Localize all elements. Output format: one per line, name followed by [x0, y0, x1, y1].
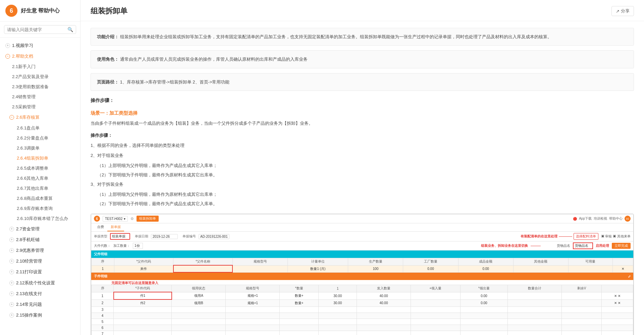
mock-lower-section: 子件明细 ⤢ [91, 273, 633, 280]
mock-form-toolbar: 单据类型 组装单据 单据日期 2019-12-26 单据编号 AD-201912… [91, 232, 633, 241]
sidebar-item-2-11[interactable]: + 2.11打印设置 [0, 267, 80, 277]
mock-nav-tabs: 自费 新单据 [91, 223, 633, 232]
sidebar-item-label: 2.11打印设置 [16, 269, 42, 275]
mock-date-value[interactable]: 2019-12-26 [151, 234, 178, 239]
mock-tab-new[interactable]: 新单据 [107, 223, 124, 231]
logo-text: 好生意 帮助中心 [21, 7, 60, 14]
sidebar: 6 好生意 帮助中心 🔍 + 1.视频学习 − 2.帮助文档 2.1新手入门 2… [0, 0, 80, 335]
lower-col-7: +领入量 [411, 285, 460, 292]
ops-steps-label2: 操作步骤： [91, 131, 634, 140]
sidebar-item-label: 2.15操作案例 [16, 312, 42, 318]
path-text: 1、库存核算->库存管理->组装拆卸单 2、首页->常用功能 [120, 79, 230, 85]
mock-search-input[interactable]: 货物品名 [573, 242, 593, 249]
upper-col-10 [612, 258, 633, 266]
table-row: 3 [92, 307, 633, 313]
mock-topbar: 6 TEST-H002 ▾ ⚙ 组装拆卸单 🔴 App下载 培训检视 [91, 214, 633, 223]
upper-col-8: 其他金额 [513, 258, 568, 266]
upper-col-5: 生产数量 [348, 258, 403, 266]
logo-icon: 6 [5, 5, 17, 17]
mock-field-number: 单据编号 AD-20191226-001 [182, 234, 229, 239]
search-icon[interactable]: 🔍 [67, 27, 73, 32]
mock-confirm-btn[interactable]: 立即完成 [612, 243, 631, 249]
sidebar-item-2-9[interactable]: + 2.9优惠券管理 [0, 245, 80, 256]
sidebar-item-2-6-9[interactable]: 2.6.9库存账本查询 [0, 204, 80, 214]
path-block: 页面路径： 1、库存核算->库存管理->组装拆卸单 2、首页->常用功能 [91, 73, 634, 91]
mock-action-btn: ▣ 审核 ▣ 其他来单 [601, 234, 631, 239]
upper-cell-3 [232, 265, 287, 272]
page-title: 组装拆卸单 [91, 6, 127, 16]
func-intro-label: 功能介绍： [97, 34, 119, 39]
upper-col-9: 可用量 [568, 258, 612, 266]
sidebar-item-2-6-1[interactable]: 2.6.1盘点单 [0, 123, 80, 133]
sidebar-item-label: 2.8手机旺铺 [16, 237, 40, 243]
sidebar-item-2-5[interactable]: 2.5采购管理 [0, 102, 80, 112]
sidebar-item-2-15[interactable]: + 2.15操作案例 [0, 310, 80, 321]
mock-type-value[interactable]: 组装单据 [110, 233, 130, 240]
sidebar-item-2-6-7[interactable]: 2.6.7其他出库单 [0, 183, 80, 193]
sidebar-item-2-2[interactable]: 2.2产品安装及登录 [0, 72, 80, 82]
sidebar-item-help[interactable]: − 2.帮助文档 [0, 51, 80, 62]
table-row: 1 件1 领用A 规格+1 数量+ 30.00 40.00 0.00 [92, 292, 633, 299]
sidebar-item-2-6-5[interactable]: 2.6.5成本调整单 [0, 163, 80, 173]
sidebar-item-2-6-3[interactable]: 2.6.3调拨单 [0, 143, 80, 153]
search-input[interactable] [7, 27, 67, 32]
upper-cell-8 [513, 265, 568, 272]
sidebar-item-2-8[interactable]: + 2.8手机旺铺 [0, 234, 80, 245]
sidebar-item-2-10[interactable]: + 2.10经营管理 [0, 256, 80, 267]
mock-org-select[interactable]: TEST-H002 ▾ [103, 216, 128, 222]
sidebar-item-2-6-4[interactable]: 2.6.4组装拆卸单 [0, 153, 80, 163]
lower-col-2: 领用状态 [172, 285, 226, 292]
sidebar-item-2-13[interactable]: + 2.13在线支付 [0, 288, 80, 299]
mock-number-label: 单据编号 [182, 234, 196, 239]
sidebar-item-2-7[interactable]: + 2.7资金管理 [0, 224, 80, 234]
sidebar-item-2-1[interactable]: 2.1新手入门 [0, 62, 80, 72]
mock-number-value[interactable]: AD-20191226-001 [199, 234, 229, 239]
sidebar-item-label: 2.13在线支付 [16, 291, 42, 297]
share-icon: ↗ [616, 9, 620, 14]
expand-icon-2-11: + [9, 270, 14, 274]
step3-sub2: （2）下部明细为子件明细，最终作为产成品生成其它入库单。 [91, 200, 634, 208]
mock-new-order-btn[interactable]: 组装拆卸单 [137, 216, 159, 222]
mock-upper-table: 序 *父件代码 *父件名称 规格型号 计量单位 生产数量 工厂数量 成品金额 其… [91, 258, 633, 273]
mock-config-btn[interactable]: 选择配料清单 [574, 233, 598, 240]
mock-tab-self[interactable]: 自费 [94, 223, 107, 231]
upper-col-3: 规格型号 [232, 258, 287, 266]
upper-col-4: 计量单位 [288, 258, 348, 266]
sidebar-item-2-6-10[interactable]: 2.6.10库存账本错了怎么办 [0, 214, 80, 224]
expand-icon-lower[interactable]: ⤢ [628, 275, 631, 278]
sidebar-item-2-3[interactable]: 2.3使用前数据准备 [0, 82, 80, 92]
lower-col-4: *数量 [280, 285, 319, 292]
mock-type-label: 单据类型 [94, 234, 107, 239]
mock-field-type: 单据类型 组装单据 [94, 233, 130, 240]
mock-upper-section: 父件明细 [91, 250, 633, 258]
role-block: 使用角色： 通常由生产人员或库管人员完成拆装业务的操作，库管人员确认原材料的出库… [91, 50, 634, 68]
upper-col-0: 序 [92, 258, 114, 266]
lower-col-1: *子件代码 [114, 285, 172, 292]
upper-col-7: 成品金额 [458, 258, 513, 266]
sidebar-item-2-12[interactable]: + 2.12系统个性化设置 [0, 278, 80, 288]
mock-row2-label: 大件代数： [94, 243, 111, 248]
sidebar-item-label: 1.视频学习 [12, 43, 33, 49]
sidebar-item-2-6[interactable]: − 2.6库存核算 [0, 112, 80, 123]
step2-sub1: （1）上部明细为父件明细，最终作为产成品生成其它入库单； [91, 161, 634, 170]
upper-cell-7: 0.00 [458, 265, 513, 272]
expand-icon-2-10: + [9, 259, 14, 264]
table-row: 6 [92, 325, 633, 331]
sidebar-item-video[interactable]: + 1.视频学习 [0, 40, 80, 51]
sidebar-item-2-6-8[interactable]: 2.6.8商品成本重算 [0, 193, 80, 204]
sidebar-item-2-6-2[interactable]: 2.6.2分量盘点单 [0, 133, 80, 143]
expand-icon-2-15: + [9, 313, 14, 318]
mock-qty-input[interactable]: 1份 [133, 243, 143, 249]
sidebar-item-2-4[interactable]: 2.4销售管理 [0, 92, 80, 102]
annotation-text-2: 组装业务、拆卸业务在这里切换 [481, 243, 528, 248]
mock-topbar-right: 🔴 App下载 培训检视 帮助中心 cc [573, 216, 631, 222]
expand-icon-2-12: + [9, 281, 14, 285]
upper-cell-2[interactable] [173, 265, 233, 272]
share-button[interactable]: ↗ 分享 [611, 6, 634, 16]
sidebar-item-2-14[interactable]: + 2.14常见问题 [0, 299, 80, 310]
step1: 1、根据不同的业务，选择不同单据的类型来处理 [91, 141, 634, 150]
main-header: 组装拆卸单 ↗ 分享 [80, 0, 644, 21]
chevron-icon: ▾ [124, 217, 125, 221]
sidebar-item-2-6-6[interactable]: 2.6.6其他入库单 [0, 173, 80, 183]
upper-cell-6: 0.00 [403, 265, 458, 272]
